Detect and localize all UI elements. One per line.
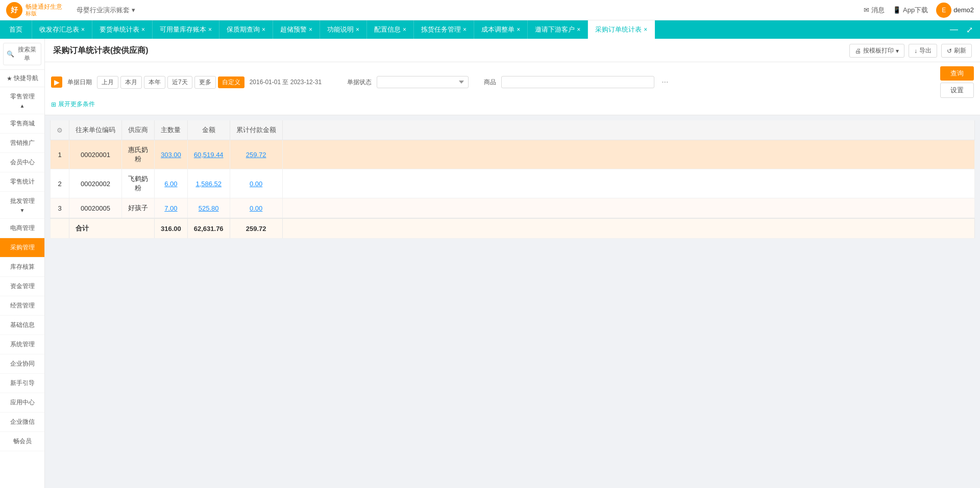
sidebar-item-new-guide[interactable]: 新手引导 bbox=[0, 374, 44, 393]
message-button[interactable]: ✉ 消息 bbox=[864, 6, 885, 15]
refresh-icon: ↺ bbox=[947, 47, 952, 55]
cell-index-1: 1 bbox=[51, 140, 69, 169]
tab-shelf-life[interactable]: 保质期查询 × bbox=[219, 20, 273, 39]
tab-home[interactable]: 首页 bbox=[0, 20, 32, 39]
cell-quantity-2: 6.00 bbox=[155, 169, 188, 198]
sidebar-item-retail-stats[interactable]: 零售统计 bbox=[0, 172, 44, 192]
export-button[interactable]: ↓ 导出 bbox=[909, 44, 937, 58]
logo-icon: 好 bbox=[6, 2, 22, 18]
tab-receive-send[interactable]: 收发存汇总表 × bbox=[32, 20, 92, 39]
sidebar-item-enterprise[interactable]: 企业协同 bbox=[0, 354, 44, 374]
table-row[interactable]: 2 00020002 飞鹤奶粉 6.00 1,586.52 0.00 bbox=[51, 169, 975, 198]
page-title-row: 采购订单统计表(按供应商) 🖨 按模板打印 ▾ ↓ 导出 ↺ 刷新 bbox=[53, 44, 972, 58]
close-tab-available-stock[interactable]: × bbox=[208, 26, 212, 33]
sidebar-item-purchase[interactable]: 采购管理 bbox=[0, 238, 44, 258]
cell-supplier-1: 惠氏奶粉 bbox=[122, 140, 155, 169]
tab-order-stats[interactable]: 要货单统计表 × bbox=[92, 20, 153, 39]
cell-extra-2 bbox=[282, 169, 974, 198]
sidebar-item-marketing[interactable]: 营销推广 bbox=[0, 134, 44, 153]
print-arrow-icon: ▾ bbox=[896, 47, 899, 55]
printer-icon: 🖨 bbox=[855, 47, 861, 55]
date-this-year-button[interactable]: 本年 bbox=[144, 76, 165, 89]
search-button[interactable]: 查询 bbox=[940, 66, 974, 81]
cell-quantity-1: 303.00 bbox=[155, 140, 188, 169]
sidebar-item-enterprise-wechat[interactable]: 企业微信 bbox=[0, 413, 44, 432]
search-actions: 查询 设置 bbox=[940, 66, 974, 98]
cell-extra-3 bbox=[282, 198, 974, 219]
tab-purchase-stats[interactable]: 采购订单统计表 × bbox=[588, 20, 655, 39]
expand-icon: ⊞ bbox=[51, 101, 56, 108]
page-title: 采购订单统计表(按供应商) bbox=[53, 45, 149, 56]
chevron-down-icon-wholesale: ▼ bbox=[20, 208, 25, 213]
star-icon: ★ bbox=[7, 75, 12, 82]
user-profile[interactable]: E demo2 bbox=[936, 3, 974, 18]
date-more-button[interactable]: 更多 bbox=[194, 76, 216, 89]
sidebar-item-quick-nav[interactable]: ★ 快捷导航 bbox=[0, 70, 44, 87]
close-tab-function-desc[interactable]: × bbox=[356, 26, 359, 33]
status-select[interactable] bbox=[377, 76, 469, 88]
close-tab-order-stats[interactable]: × bbox=[141, 26, 145, 33]
date-last-month-button[interactable]: 上月 bbox=[97, 76, 118, 89]
sidebar-item-finance[interactable]: 资金管理 bbox=[0, 277, 44, 296]
close-tab-overstock-warning[interactable]: × bbox=[309, 26, 312, 33]
tab-invite-customer[interactable]: 邀请下游客户 × bbox=[528, 20, 588, 39]
col-supplier-header: 供应商 bbox=[122, 120, 155, 140]
close-tab-invite-customer[interactable]: × bbox=[577, 26, 580, 33]
table-footer: 合计 316.00 62,631.76 259.72 bbox=[51, 218, 975, 239]
tab-overstock-warning[interactable]: 超储预警 × bbox=[273, 20, 320, 39]
filter-area: ▶ 单据日期 上月 本月 本年 近7天 更多 自定义 2016-01-01 至 … bbox=[45, 62, 980, 115]
download-icon: 📱 bbox=[893, 6, 901, 14]
sidebar-item-member2[interactable]: 畅会员 bbox=[0, 432, 44, 451]
tab-function-desc[interactable]: 功能说明 × bbox=[320, 20, 367, 39]
sidebar-item-system[interactable]: 系统管理 bbox=[0, 335, 44, 354]
search-menu-button[interactable]: 🔍 搜索菜单 bbox=[3, 43, 41, 65]
date-this-month-button[interactable]: 本月 bbox=[120, 76, 142, 89]
sidebar-item-basic-info[interactable]: 基础信息 bbox=[0, 316, 44, 335]
sidebar-item-inventory[interactable]: 库存核算 bbox=[0, 258, 44, 277]
footer-amount: 62,631.76 bbox=[187, 218, 230, 239]
close-tab-receive-send[interactable]: × bbox=[81, 26, 85, 33]
sidebar-item-member[interactable]: 会员中心 bbox=[0, 153, 44, 172]
cell-code-3: 00020005 bbox=[69, 198, 122, 219]
cell-quantity-3: 7.00 bbox=[155, 198, 188, 219]
close-tab-shelf-life[interactable]: × bbox=[262, 26, 265, 33]
tab-config-info[interactable]: 配置信息 × bbox=[367, 20, 414, 39]
tab-cost-adjust[interactable]: 成本调整单 × bbox=[474, 20, 528, 39]
nav-right-actions: — ⤢ bbox=[947, 24, 980, 36]
app-download-button[interactable]: 📱 App下载 bbox=[893, 6, 928, 15]
refresh-button[interactable]: ↺ 刷新 bbox=[941, 44, 972, 58]
workspace-selector[interactable]: 母婴行业演示账套 ▾ bbox=[77, 6, 135, 15]
table-row[interactable]: 3 00020005 好孩子 7.00 525.80 0.00 bbox=[51, 198, 975, 219]
close-tab-purchase-stats[interactable]: × bbox=[644, 26, 647, 33]
col-code-header: 往来单位编码 bbox=[69, 120, 122, 140]
settings-icon[interactable]: ⚙ bbox=[57, 126, 63, 134]
close-tab-picking-task[interactable]: × bbox=[463, 26, 467, 33]
minimize-tabs-button[interactable]: — bbox=[947, 24, 961, 35]
search-icon: 🔍 bbox=[7, 50, 14, 58]
expand-more-button[interactable]: ⊞ 展开更多条件 bbox=[51, 100, 95, 109]
filter-toggle-button[interactable]: ▶ bbox=[51, 76, 62, 88]
print-button[interactable]: 🖨 按模板打印 ▾ bbox=[849, 44, 904, 58]
goods-more-button[interactable]: ··· bbox=[659, 78, 670, 87]
logo-text: 畅捷通好生意 标版 bbox=[26, 3, 62, 17]
sidebar-item-operations[interactable]: 经营管理 bbox=[0, 296, 44, 316]
cell-supplier-2: 飞鹤奶粉 bbox=[122, 169, 155, 198]
sidebar-item-wholesale[interactable]: 批发管理 ▼ bbox=[0, 192, 44, 219]
sidebar-item-retail[interactable]: 零售管理 ▲ bbox=[0, 87, 44, 114]
close-tab-cost-adjust[interactable]: × bbox=[517, 26, 520, 33]
goods-filter-label: 商品 bbox=[484, 78, 496, 87]
nav-tabs: 首页 收发存汇总表 × 要货单统计表 × 可用量库存账本 × 保质期查询 × 超… bbox=[0, 20, 980, 39]
goods-input[interactable] bbox=[501, 76, 654, 88]
sidebar-item-ecommerce[interactable]: 电商管理 bbox=[0, 219, 44, 238]
settings-button[interactable]: 设置 bbox=[940, 83, 974, 98]
col-settings-header: ⚙ bbox=[51, 120, 69, 140]
table-row[interactable]: 1 00020001 惠氏奶粉 303.00 60,519.44 259.72 bbox=[51, 140, 975, 169]
expand-tabs-button[interactable]: ⤢ bbox=[963, 24, 976, 36]
tab-available-stock[interactable]: 可用量库存账本 × bbox=[153, 20, 219, 39]
tab-picking-task[interactable]: 拣货任务管理 × bbox=[414, 20, 474, 39]
date-7days-button[interactable]: 近7天 bbox=[167, 76, 192, 89]
close-tab-config-info[interactable]: × bbox=[403, 26, 406, 33]
sidebar-item-app-center[interactable]: 应用中心 bbox=[0, 393, 44, 413]
date-custom-button[interactable]: 自定义 bbox=[218, 76, 244, 88]
sidebar-item-retail-store[interactable]: 零售商城 bbox=[0, 114, 44, 134]
